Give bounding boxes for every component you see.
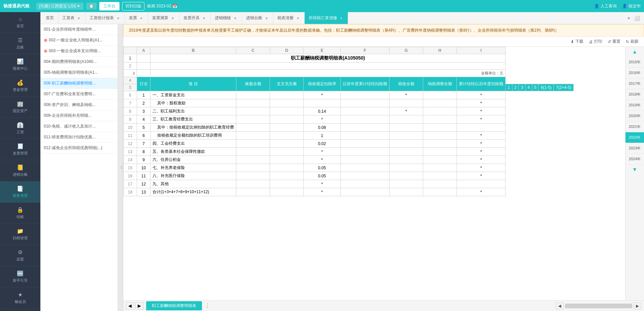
sidebar-item-home[interactable]: ⌂ 首页 — [0, 12, 40, 33]
user-item[interactable]: 👤 徐淀华 — [622, 3, 641, 9]
tab-income-tax[interactable]: 所得税汇算清缴 × — [305, 12, 348, 24]
download-button[interactable]: ⬇ 下载 — [571, 39, 583, 44]
sidebar-item-cancel-fixed[interactable]: ⬆ 取消固定 — [0, 309, 40, 311]
refresh-icon: ↻ — [626, 39, 629, 44]
collapse-left-panel[interactable]: 《 — [118, 24, 123, 311]
sheet-tab-more[interactable]: ⋮ — [205, 303, 210, 309]
year-2021[interactable]: 2021年 — [625, 122, 644, 132]
service-item[interactable]: 👤 人工客询 — [594, 3, 617, 9]
sheet-scroll-left[interactable]: ◀ — [556, 303, 564, 309]
sidebar-item-salary[interactable]: 👔 工资 — [0, 118, 40, 139]
tab-payroll-report[interactable]: 工资统计报表 × — [86, 12, 125, 24]
sidebar: ⌂ 首页 ☰ 总账 📊 报表中心 💰 资金管理 🏢 固定资产 👔 工资 — [0, 12, 40, 311]
period-edit-icon[interactable]: 📅 — [172, 4, 177, 8]
tab-maximize-btn[interactable]: ⬜ — [633, 15, 641, 22]
item-012-label: 012-减免企业所得税优惠明细(...) — [44, 145, 102, 151]
year-2017[interactable]: 2017年 — [625, 78, 644, 89]
tab-tax-book-close[interactable]: × — [296, 16, 300, 21]
calendar-button[interactable]: 📋 — [86, 3, 97, 9]
th-col6: 纳税调整全额 — [423, 77, 457, 91]
tab-payroll[interactable]: 工资表 × — [58, 12, 86, 24]
tab-close-btn[interactable]: × — [626, 15, 632, 22]
tab-tax-book[interactable]: 税表清册 × — [273, 12, 305, 24]
refresh-button[interactable]: ↻ 刷新 — [626, 39, 639, 44]
workbench-button[interactable]: 工作台 — [99, 2, 120, 10]
th-project: 项 目 — [150, 77, 236, 91]
tab-invoice-open-close[interactable]: × — [202, 16, 206, 21]
left-panel-item-008[interactable]: 008-资产折旧、摊销及纳税... — [40, 100, 117, 110]
tab-audit-close[interactable]: × — [233, 16, 238, 21]
left-panel-item-010[interactable]: 010-免税、减计收入及加计... — [40, 121, 117, 132]
spreadsheet-wrap[interactable]: A B C D E F G H I — [123, 47, 625, 300]
company-selector[interactable]: (勾册) 江西股宝-LSS ▾ — [36, 3, 83, 10]
sidebar-item-archive-label: 归档管理 — [13, 236, 28, 241]
company-dropdown-icon: ▾ — [77, 4, 79, 8]
left-panel-item-002[interactable]: ⊗ 002-一般企业收入明细表(A1... — [40, 35, 117, 46]
year-2024[interactable]: 2024年 — [625, 154, 644, 165]
left-panel-item-011[interactable]: 011-研发费用加计扣除优惠... — [40, 132, 117, 143]
left-panel-item-009[interactable]: 009-企业所得税补充明细... — [40, 110, 117, 121]
sheet-nav-right[interactable]: ▶ — [135, 302, 143, 309]
tab-invoice-open[interactable]: 发票开具 × — [179, 12, 211, 24]
sheet-scroll-controls: ◀ ▶ — [556, 303, 641, 309]
top-bar-right: 👤 人工客询 👤 徐淀华 — [594, 3, 641, 9]
ledger-icon: ☰ — [18, 37, 23, 43]
sidebar-item-guide[interactable]: 🆕 新手引导 — [0, 266, 40, 287]
row-1-A — [137, 54, 150, 63]
sidebar-item-close[interactable]: 🔒 结账 — [0, 203, 40, 224]
tab-audit[interactable]: 进销稽核 × — [211, 12, 242, 24]
sidebar-item-invoice[interactable]: 🧾 发票管理 — [0, 139, 40, 160]
tab-invoice-calc[interactable]: 发票测算 × — [148, 12, 179, 24]
item-008-label: 008-资产折旧、摊销及纳税... — [44, 102, 96, 108]
left-panel-item-003[interactable]: ⊗ 003-一般企业成本支出明细... — [40, 46, 117, 57]
spreadsheet-toolbar: ⬇ 下载 🖨 打印 ↺ 重置 ↻ 刷新 — [123, 37, 644, 47]
tab-sales-ledger-close[interactable]: × — [264, 16, 269, 21]
row-1-num: 1 — [124, 54, 137, 63]
data-row-9: 9 4 三、职工教育经费支出 * — [124, 115, 574, 124]
sidebar-item-settings[interactable]: ⚙ 设置 — [0, 245, 40, 266]
sidebar-item-sales[interactable]: 📒 进销台账 — [0, 160, 40, 181]
left-panel-item-004[interactable]: 004-期间费用明细表(A1040... — [40, 57, 117, 67]
tab-home[interactable]: 首页 — [42, 12, 58, 24]
sidebar-item-close-label: 结账 — [16, 214, 24, 219]
year-nav-up[interactable]: ▲ — [625, 47, 644, 57]
sidebar-item-archive[interactable]: 📁 归档管理 — [0, 224, 40, 245]
sheet-nav-left[interactable]: ◀ — [126, 302, 134, 309]
year-2016[interactable]: 2016年 — [625, 68, 644, 78]
sheet-tab-main[interactable]: 职工薪酬纳税调整明细表 — [146, 301, 202, 310]
tab-payroll-label: 工资表 — [62, 15, 74, 21]
tab-invoice[interactable]: 发票 × — [125, 12, 148, 24]
year-2022[interactable]: 2022年 — [625, 132, 644, 143]
cut-old-button[interactable]: 切到旧版 — [122, 2, 144, 10]
tab-invoice-open-label: 发票开具 — [183, 15, 200, 21]
data-row-16: 16 11 八、补充医疗保险 0.05 — [124, 172, 574, 180]
sidebar-item-ledger[interactable]: ☰ 总账 — [0, 33, 40, 54]
reset-button[interactable]: ↺ 重置 — [608, 39, 620, 44]
tab-payroll-report-close[interactable]: × — [116, 16, 121, 21]
sidebar-item-vip[interactable]: ★ 畅会员 — [0, 287, 40, 309]
year-2018[interactable]: 2018年 — [625, 89, 644, 100]
tab-income-tax-close[interactable]: × — [339, 16, 344, 21]
tab-payroll-close[interactable]: × — [76, 16, 81, 21]
left-panel-item-001[interactable]: 001-企业所得税年度纳税申... — [40, 24, 117, 35]
service-icon: 👤 — [594, 4, 599, 8]
tab-sales-ledger[interactable]: 进销台账 × — [242, 12, 273, 24]
sidebar-item-tax[interactable]: 📑 税务管理 — [0, 181, 40, 203]
sheet-scroll-right[interactable]: ▶ — [634, 303, 641, 309]
tab-invoice-calc-close[interactable]: × — [170, 16, 175, 21]
year-2019[interactable]: 2019年 — [625, 100, 644, 111]
th-col2: 支京充生藜 — [270, 77, 304, 91]
left-panel-item-005[interactable]: 005-纳税调整项目明细表(A1... — [40, 67, 117, 78]
year-nav-down[interactable]: ▼ — [625, 165, 644, 175]
print-button[interactable]: 🖨 打印 — [589, 39, 602, 44]
left-panel-item-007[interactable]: 007-广告费和业务宣传费明... — [40, 89, 117, 100]
left-panel-item-006[interactable]: 006-职工薪酬纳税调整明细... — [40, 78, 117, 89]
left-panel-item-012[interactable]: 012-减免企业所得税优惠明细(...) — [40, 143, 117, 153]
year-2023[interactable]: 2023年 — [625, 143, 644, 154]
sidebar-item-capital[interactable]: 💰 资金管理 — [0, 75, 40, 97]
sidebar-item-fixed-asset[interactable]: 🏢 固定资产 — [0, 97, 40, 118]
year-2015[interactable]: 2015年 — [625, 57, 644, 68]
sidebar-item-report[interactable]: 📊 报表中心 — [0, 54, 40, 75]
year-2020[interactable]: 2020年 — [625, 111, 644, 122]
tab-invoice-close[interactable]: × — [139, 16, 144, 21]
